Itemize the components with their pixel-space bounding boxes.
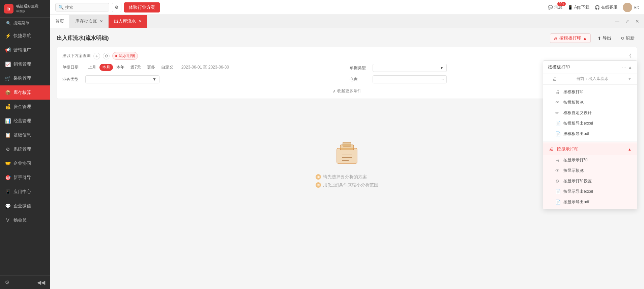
- display-section: 🖨 按显示打印 ▲ 🖨 按显示示打印 👁 按显示预览 ⚙: [543, 142, 637, 209]
- filter-collapse-btn[interactable]: 《: [627, 53, 632, 59]
- operations-icon: 📊: [5, 118, 11, 124]
- app-version: 标准版: [16, 9, 38, 14]
- dropdown-ellipsis-icon[interactable]: ···: [622, 65, 626, 70]
- display-preview-item[interactable]: 👁 按显示预览: [543, 165, 637, 176]
- tab-minimize-btn[interactable]: —: [613, 17, 621, 25]
- template-pdf-item[interactable]: 📄 按模板导出pdf: [543, 129, 637, 139]
- industry-btn[interactable]: 体验行业方案: [124, 2, 160, 12]
- doctype-select[interactable]: ▼: [373, 64, 447, 72]
- nav-label-sales: 销售管理: [13, 61, 31, 67]
- date-tab-prev-month[interactable]: 上月: [85, 64, 99, 71]
- current-label: 当前：出入库流水: [576, 76, 609, 82]
- display-settings-icon: ⚙: [555, 179, 561, 184]
- user-avatar[interactable]: Rit: [623, 3, 639, 12]
- biztype-select[interactable]: ▼: [85, 75, 159, 83]
- sidebar-item-basic[interactable]: 📋 基础信息: [0, 128, 50, 142]
- warehouse-more-icon: ···: [440, 77, 444, 82]
- display-print-label: 按显示示打印: [563, 157, 588, 163]
- topbar-right: 💬 消息 99+ 📱 App下载 🎧 在线客服 Rit: [548, 3, 639, 12]
- sidebar-item-finance[interactable]: 💰 资金管理: [0, 100, 50, 114]
- sales-icon: 📈: [5, 61, 11, 67]
- sidebar-search[interactable]: 🔍 搜索菜单: [0, 18, 50, 29]
- tab-batch-account[interactable]: 库存批次账 ✕: [70, 15, 109, 28]
- nav-label-finance: 资金管理: [13, 104, 31, 110]
- display-preview-icon: 👁: [555, 168, 561, 174]
- tab-close-all-btn[interactable]: ✕: [633, 17, 641, 25]
- tab-inventory-flow[interactable]: 出入库流水 ✕: [109, 15, 147, 28]
- topbar-settings-btn[interactable]: ⚙: [112, 3, 121, 12]
- search-icon: 🔍: [6, 21, 11, 26]
- nav-label-inventory: 库存核算: [13, 89, 31, 96]
- nav-label-guide: 新手引导: [13, 175, 31, 181]
- headset-icon: 🎧: [595, 5, 600, 10]
- display-settings-label: 按显示打印设置: [563, 178, 592, 184]
- sidebar-item-cooperation[interactable]: 🤝 企业协同: [0, 156, 50, 170]
- logo-icon: b: [4, 4, 13, 14]
- print-template-btn[interactable]: 🖨 按模板打印 ▲: [550, 33, 591, 43]
- app-download-btn[interactable]: 📱 App下载: [568, 4, 589, 10]
- sidebar-item-apps[interactable]: 📱 应用中心: [0, 185, 50, 199]
- date-tab-7days[interactable]: 近7天: [128, 64, 144, 71]
- sidebar-item-wechat[interactable]: 💬 企业微信: [0, 199, 50, 213]
- nav-label-cooperation: 企业协同: [13, 160, 31, 166]
- display-excel-item[interactable]: 📄 按显示导出excel: [543, 186, 637, 197]
- quick-nav-icon: ⚡: [5, 33, 11, 39]
- display-settings-item[interactable]: ⚙ 按显示打印设置: [543, 176, 637, 186]
- empty-steps: ① 请先选择要分析的方案 ② 用[过滤]条件来缩小分析范围: [316, 174, 378, 190]
- display-print-icon: 🖨: [555, 158, 561, 163]
- tab-home[interactable]: 首页: [50, 15, 70, 28]
- filter-add-btn[interactable]: +: [93, 53, 100, 59]
- step-2-text: 用[过滤]条件来缩小分析范围: [323, 182, 378, 188]
- dropdown-collapse-icon[interactable]: ▲: [628, 65, 632, 70]
- sidebar-item-quick-nav[interactable]: ⚡ 快捷导航: [0, 29, 50, 43]
- template-excel-item[interactable]: 📄 按模板导出excel: [543, 118, 637, 129]
- collapse-sidebar-icon[interactable]: ◀◀: [37, 279, 45, 286]
- page-actions: 🖨 按模板打印 ▲ ⬆ 导出 ↻ 刷新: [550, 33, 637, 43]
- filter-header: 按以下方案查询 + ⚙ 流水明细 《: [62, 52, 632, 60]
- phone-icon: 📱: [568, 5, 573, 10]
- online-service-btn[interactable]: 🎧 在线客服: [595, 4, 617, 10]
- empty-icon: [330, 138, 364, 168]
- display-section-header[interactable]: 🖨 按显示打印 ▲: [543, 143, 637, 155]
- template-excel-icon: 📄: [555, 121, 561, 126]
- sidebar-item-purchase[interactable]: 🛒 采购管理: [0, 71, 50, 85]
- export-icon: ⬆: [597, 36, 601, 41]
- date-tab-current-month[interactable]: 本月: [99, 64, 113, 71]
- date-tab-custom[interactable]: 自定义: [158, 64, 176, 71]
- topbar-search-input[interactable]: [65, 5, 106, 10]
- template-custom-item[interactable]: ✏ 模板自定义设计: [543, 108, 637, 118]
- refresh-btn[interactable]: ↻ 刷新: [618, 34, 637, 43]
- tab-maximize-btn[interactable]: ⤢: [623, 17, 631, 25]
- collapse-more-btn[interactable]: ∧ 收起更多条件: [333, 88, 361, 94]
- sidebar-item-system[interactable]: ⚙ 系统管理: [0, 142, 50, 156]
- date-tab-current-year[interactable]: 本年: [114, 64, 127, 71]
- template-print-item[interactable]: 🖨 按模板打印: [543, 87, 637, 97]
- sidebar-item-marketing[interactable]: 📢 营销推广: [0, 43, 50, 57]
- dropdown-header: 按模板打印 ··· ▲: [543, 61, 637, 74]
- warehouse-select[interactable]: ···: [373, 75, 447, 83]
- template-custom-label: 模板自定义设计: [563, 110, 592, 116]
- tab-inventory-flow-close[interactable]: ✕: [139, 19, 142, 24]
- sidebar-item-inventory[interactable]: 📦 库存核算: [0, 85, 50, 100]
- topbar-search-box[interactable]: 🔍: [55, 3, 109, 11]
- empty-step-2: ② 用[过滤]条件来缩小分析范围: [316, 182, 378, 188]
- messages-btn[interactable]: 💬 消息 99+: [548, 4, 562, 10]
- date-tab-more[interactable]: 更多: [144, 64, 158, 71]
- export-btn[interactable]: ⬆ 导出: [595, 34, 614, 43]
- sidebar-item-operations[interactable]: 📊 经营管理: [0, 114, 50, 128]
- display-pdf-item[interactable]: 📄 按显示导出pdf: [543, 197, 637, 207]
- display-print-item[interactable]: 🖨 按显示示打印: [543, 155, 637, 165]
- filter-settings-btn[interactable]: ⚙: [103, 53, 110, 59]
- doctype-chevron-icon: ▼: [440, 65, 444, 70]
- tab-batch-account-close[interactable]: ✕: [100, 19, 103, 24]
- guide-icon: 🎯: [5, 175, 11, 181]
- settings-bottom-icon[interactable]: ⚙: [5, 279, 9, 286]
- filter-chip[interactable]: 流水明细: [112, 52, 138, 60]
- print-dropdown-overlay: 按模板打印 ··· ▲ 🖨 当前：出入库流水 ▼ 🖨: [543, 60, 637, 209]
- sidebar-item-sales[interactable]: 📈 销售管理: [0, 57, 50, 71]
- refresh-label: 刷新: [626, 35, 635, 41]
- sidebar-item-vip[interactable]: V 畅会员: [0, 213, 50, 227]
- template-pdf-icon: 📄: [555, 131, 561, 137]
- template-preview-item[interactable]: 👁 按模板预览: [543, 97, 637, 108]
- sidebar-item-guide[interactable]: 🎯 新手引导: [0, 170, 50, 185]
